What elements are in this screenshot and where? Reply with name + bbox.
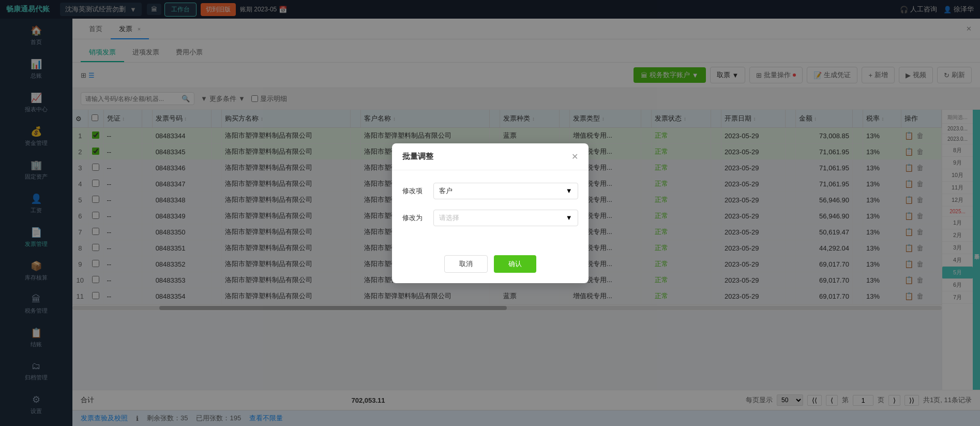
cancel-btn[interactable]: 取消 bbox=[444, 255, 488, 273]
select-dropdown-icon: ▼ bbox=[566, 187, 572, 195]
modify-to-placeholder: 请选择 bbox=[439, 213, 459, 223]
modify-to-label: 修改为 bbox=[402, 213, 433, 223]
modal-header: 批量调整 ✕ bbox=[392, 143, 589, 170]
form-row-modify-to: 修改为 请选择 ▼ bbox=[402, 210, 578, 226]
batch-adjust-modal: 批量调整 ✕ 修改项 客户 ▼ 修改为 请选择 ▼ 取消 确认 bbox=[392, 143, 589, 283]
modal-body: 修改项 客户 ▼ 修改为 请选择 ▼ bbox=[392, 170, 589, 249]
modal-title: 批量调整 bbox=[402, 152, 433, 161]
modify-label: 修改项 bbox=[402, 186, 433, 196]
confirm-btn[interactable]: 确认 bbox=[494, 255, 536, 273]
modal-footer: 取消 确认 bbox=[392, 249, 589, 283]
select-to-dropdown-icon: ▼ bbox=[566, 214, 572, 222]
modify-to-select[interactable]: 请选择 ▼ bbox=[433, 210, 578, 226]
modify-select[interactable]: 客户 ▼ bbox=[433, 183, 578, 199]
modify-value: 客户 bbox=[439, 186, 453, 196]
form-row-modify: 修改项 客户 ▼ bbox=[402, 183, 578, 199]
modal-overlay: 批量调整 ✕ 修改项 客户 ▼ 修改为 请选择 ▼ 取消 确认 bbox=[0, 0, 980, 426]
modal-close-btn[interactable]: ✕ bbox=[571, 152, 578, 161]
